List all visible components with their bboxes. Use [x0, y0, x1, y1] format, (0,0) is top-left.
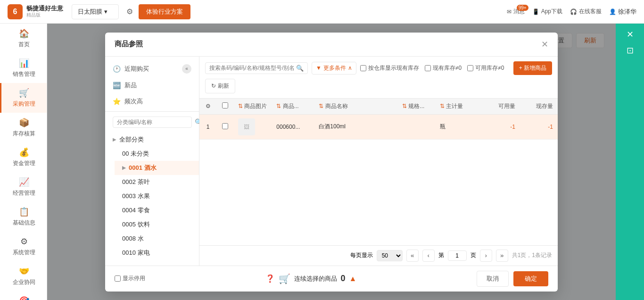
col-header-name[interactable]: ⇅ 商品名称 — [314, 99, 397, 115]
per-page-select[interactable]: 50 100 200 — [377, 250, 403, 261]
settings-icon[interactable]: ⚙ — [126, 7, 133, 16]
checkbox-warehouse-stock[interactable]: 按仓库显示现有库存 — [360, 64, 419, 72]
experience-button[interactable]: 体验行业方案 — [139, 4, 190, 19]
cancel-button[interactable]: 取消 — [477, 271, 509, 287]
tree-item-fruit[interactable]: 0003 水果 — [115, 189, 199, 203]
checkbox-current-stock[interactable]: 现有库存≠0 — [425, 64, 462, 72]
row-stock-1: -1 — [520, 114, 558, 139]
checkbox-available-stock[interactable]: 可用库存≠0 — [467, 64, 504, 72]
user-name: 徐泽华 — [618, 8, 636, 16]
col-header-available[interactable]: 可用量 — [473, 99, 520, 115]
sidebar-label-operations: 经营管理 — [13, 189, 35, 197]
total-pages-info: 共1页，1条记录 — [512, 251, 552, 259]
mobile-icon: 📱 — [532, 8, 539, 15]
tree-item-all[interactable]: ▶ 全部分类 — [105, 133, 199, 147]
sidebar-item-collab[interactable]: 🤝 企业协同 — [0, 261, 47, 291]
confirm-button[interactable]: 确定 — [513, 271, 548, 286]
system-icon: ⚙ — [20, 236, 28, 247]
nav-new-product[interactable]: 🆕 新品 — [105, 77, 199, 93]
tree-item-unclassified[interactable]: 00 未分类 — [115, 147, 199, 161]
nav-high-freq[interactable]: ⭐ 频次高 — [105, 93, 199, 109]
sidebar-item-system[interactable]: ⚙ 系统管理 — [0, 232, 47, 261]
checkbox-current-stock-input[interactable] — [425, 65, 431, 71]
nav-right: ✉ 消息 99+ 📱 App下载 🎧 在线客服 👤 徐泽华 — [507, 8, 636, 16]
gear-icon[interactable]: ⚙ — [206, 103, 211, 109]
tree-item-snack[interactable]: 0004 零食 — [115, 203, 199, 217]
notifications-badge: 99+ — [517, 5, 528, 11]
store-dropdown-icon: ▾ — [104, 8, 107, 15]
recent-label: 近期购买 — [124, 65, 149, 73]
sidebar-item-finance[interactable]: 💰 资金管理 — [0, 142, 47, 172]
tree-item-appliance-label: 0010 家电 — [122, 249, 150, 257]
user-avatar: 👤 — [609, 8, 616, 15]
show-disabled-input[interactable] — [115, 275, 121, 282]
sidebar-item-purchase[interactable]: 🛒 采购管理 — [0, 83, 47, 113]
col-header-code[interactable]: ⇅ 商品... — [272, 99, 314, 115]
sidebar-item-home[interactable]: 🏠 首页 — [0, 24, 47, 53]
notifications-item[interactable]: ✉ 消息 99+ — [507, 8, 525, 16]
modal-body: 🕐 近期购买 « 🆕 新品 ⭐ 频次高 — [105, 57, 558, 266]
category-search-input[interactable] — [113, 117, 192, 128]
main-layout: 🏠 首页 📊 销售管理 🛒 采购管理 📦 库存核算 💰 资金管理 📈 经营管理 … — [0, 24, 644, 300]
tree-item-tea-label: 0002 茶叶 — [122, 178, 150, 186]
app-download-item[interactable]: 📱 App下载 — [532, 8, 562, 16]
checkbox-available-stock-input[interactable] — [467, 65, 473, 71]
tree-item-water[interactable]: 0008 水 — [115, 232, 199, 246]
row-image-1: 🖼 — [233, 114, 272, 139]
tree-item-drink-label: 0005 饮料 — [122, 220, 150, 229]
nav-recent-purchase[interactable]: 🕐 近期购买 « — [105, 60, 199, 77]
row-spec-1 — [397, 114, 435, 139]
col-header-unit[interactable]: ⇅ 主计量 — [435, 99, 473, 115]
sidebar-item-guide[interactable]: 🎯 新手引导 — [0, 291, 47, 300]
tree-item-liquor[interactable]: ▶ 0001 酒水 — [115, 161, 199, 175]
message-icon: ✉ — [507, 8, 512, 15]
product-search-input[interactable] — [209, 65, 294, 71]
col-header-stock: 现存量 — [520, 99, 558, 115]
modal-footer: 显示停用 ❓ 🛒 连续选择的商品 0 ▲ 取消 确定 — [105, 266, 558, 292]
last-page-button[interactable]: » — [496, 250, 508, 262]
tree-item-unclassified-label: 00 未分类 — [122, 150, 149, 158]
tree-item-drink[interactable]: 0005 饮料 — [115, 217, 199, 232]
sidebar-label-system: 系统管理 — [13, 249, 35, 257]
product-table-container: ⚙ ⇅ 商品图片 ⇅ 商品... — [199, 99, 558, 245]
freq-label: 频次高 — [124, 97, 143, 106]
sidebar-item-sales[interactable]: 📊 销售管理 — [0, 53, 47, 83]
more-filters-button[interactable]: ▼ 更多条件 ∧ — [312, 62, 356, 75]
user-item[interactable]: 👤 徐泽华 — [609, 8, 636, 16]
nav-center: ⚙ 体验行业方案 — [119, 4, 507, 19]
col-unit-sort-icon: ⇅ — [440, 103, 445, 109]
show-disabled-checkbox[interactable]: 显示停用 — [115, 275, 145, 283]
refresh-table-button[interactable]: ↻ 刷新 — [205, 79, 235, 93]
row-checkbox-input-1[interactable] — [222, 123, 228, 129]
tree-item-appliance[interactable]: 0010 家电 — [115, 246, 199, 260]
footer-collapse-icon[interactable]: ▲ — [349, 275, 357, 283]
cart-icon[interactable]: 🛒 — [279, 273, 290, 284]
teal-expand-button[interactable]: ⊡ — [627, 45, 634, 56]
product-reference-modal: 商品参照 ✕ 🕐 近期购买 « 🆕 新品 — [105, 33, 558, 292]
sidebar-item-operations[interactable]: 📈 经营管理 — [0, 172, 47, 202]
first-page-button[interactable]: « — [406, 250, 419, 262]
sidebar-item-inventory[interactable]: 📦 库存核算 — [0, 113, 47, 142]
checkbox-warehouse-stock-input[interactable] — [360, 65, 366, 71]
store-selector[interactable]: 日太阳膜 ▾ — [72, 4, 119, 19]
top-navigation: 6 畅捷通好生意 精品版 日太阳膜 ▾ ⚙ 体验行业方案 ✉ 消息 99+ 📱 … — [0, 0, 644, 24]
modal-close-button[interactable]: ✕ — [541, 39, 548, 50]
show-disabled-label: 显示停用 — [123, 275, 145, 283]
online-service-item[interactable]: 🎧 在线客服 — [570, 8, 602, 16]
select-all-checkbox[interactable] — [222, 102, 228, 108]
tree-item-tea[interactable]: 0002 茶叶 — [115, 175, 199, 189]
page-number-input[interactable] — [448, 250, 467, 261]
next-page-button[interactable]: › — [480, 250, 492, 262]
add-product-button[interactable]: + 新增商品 — [513, 61, 552, 75]
table-row[interactable]: 1 🖼 000600... 白酒100ml — [199, 114, 558, 139]
product-search-icon[interactable]: 🔍 — [296, 65, 304, 72]
right-teal-panel: ✕ ⊡ — [616, 24, 644, 300]
teal-close-button[interactable]: ✕ — [627, 29, 634, 40]
collapse-left-button[interactable]: « — [182, 64, 191, 74]
footer-cart-area: ❓ 🛒 连续选择的商品 0 ▲ — [265, 273, 357, 284]
sidebar-item-basics[interactable]: 📋 基础信息 — [0, 202, 47, 232]
col-header-spec[interactable]: ⇅ 规格... — [397, 99, 435, 115]
refresh-label: 刷新 — [218, 82, 229, 90]
prev-page-button[interactable]: ‹ — [422, 250, 435, 262]
help-icon[interactable]: ❓ — [265, 274, 275, 283]
